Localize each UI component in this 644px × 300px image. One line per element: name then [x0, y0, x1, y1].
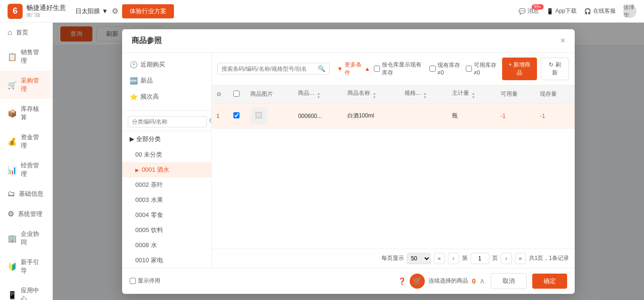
page-suffix: 页	[492, 254, 498, 262]
category-0005[interactable]: 0005 饮料	[122, 223, 211, 238]
experience-button[interactable]: 体验行业方案	[122, 4, 174, 18]
enterprise-icon: 🏢	[8, 234, 17, 243]
message-icon-area[interactable]: 💬 消息 99+	[519, 7, 539, 15]
column-settings-icon[interactable]: ⚙	[216, 91, 222, 98]
warehouse-label: 日太阳膜	[75, 7, 100, 16]
category-00[interactable]: 00 未分类	[122, 147, 211, 162]
show-disabled-checkbox-label[interactable]: 显示停用	[130, 277, 160, 285]
col-stock[interactable]: 现存量	[535, 85, 575, 104]
all-category-header[interactable]: ▶ 全部分类	[122, 131, 211, 147]
page-size-label: 每页显示	[381, 254, 404, 262]
sort-arrows-name: ▲▼	[372, 92, 376, 100]
cart-label: 连续选择的商品	[429, 277, 468, 285]
footer-collapse-button[interactable]: ∧	[479, 276, 485, 285]
sidebar-item-home[interactable]: ⌂ 首页	[0, 23, 52, 42]
appcenter-icon: 📱	[8, 291, 17, 300]
add-product-button[interactable]: + 新增商品	[502, 58, 537, 80]
cell-checkbox[interactable]	[229, 103, 246, 128]
page-size-select[interactable]: 20 50 100	[407, 253, 431, 264]
tab-frequent[interactable]: ⭐ 频次高	[122, 89, 211, 105]
sidebar-item-finance[interactable]: 💰 资金管理	[0, 127, 52, 156]
brand-name: 畅捷通好生意	[26, 4, 66, 12]
star-icon: ⭐	[130, 93, 138, 100]
next-page-button[interactable]: ›	[501, 253, 512, 264]
category-search-input[interactable]	[128, 116, 207, 127]
page-label: 第	[462, 254, 468, 262]
tab-new-product[interactable]: 🆕 新品	[122, 73, 211, 89]
sidebar-item-operation[interactable]: 📊 经营管理	[0, 156, 52, 184]
dropdown-icon: ▼	[102, 8, 108, 15]
warehouse-selector[interactable]: 日太阳膜 ▼	[75, 7, 108, 16]
stock-ne0-checkbox[interactable]	[429, 66, 436, 72]
sidebar-item-basic[interactable]: 🗂 基础信息	[0, 184, 52, 204]
product-reference-modal: 商品参照 × 🕐 近期购买 🆕	[122, 29, 575, 294]
sidebar-item-appcenter[interactable]: 📱 应用中心	[0, 281, 52, 300]
help-icon[interactable]: ❓	[398, 277, 406, 285]
usable-ne0-checkbox-label[interactable]: 可用库存≠0	[466, 61, 498, 76]
col-unit[interactable]: 主计量 ▲▼	[447, 85, 496, 104]
category-0010[interactable]: 0010 家电	[122, 253, 211, 268]
last-page-button[interactable]: »	[515, 253, 526, 264]
all-category-label: 全部分类	[136, 135, 161, 143]
modal-toolbar: 🔍 ▼ 更多条件 ▲ 按仓库显示现有库存	[212, 53, 575, 85]
usable-ne0-checkbox[interactable]	[466, 66, 472, 72]
message-icon: 💬	[519, 8, 526, 15]
product-search-bar[interactable]: 🔍	[217, 63, 330, 75]
sidebar-item-label: 企业协同	[21, 230, 45, 247]
system-icon: ⚙	[8, 209, 14, 218]
sidebar-item-guide[interactable]: 🔰 新手引导	[0, 252, 52, 281]
show-disabled-checkbox[interactable]	[130, 278, 136, 284]
sidebar-item-system[interactable]: ⚙ 系统管理	[0, 204, 52, 224]
sidebar-item-enterprise[interactable]: 🏢 企业协同	[0, 224, 52, 252]
select-all-checkbox[interactable]	[233, 91, 239, 97]
stock-ne0-checkbox-label[interactable]: 现有库存≠0	[429, 61, 462, 76]
service-area[interactable]: 🎧 在线客服	[584, 7, 616, 15]
col-spec[interactable]: 规格... ▲▼	[400, 85, 447, 104]
sidebar-item-label: 库存核算	[21, 105, 45, 122]
sidebar-item-inventory[interactable]: 📦 库存核算	[0, 99, 52, 127]
brand-sub: 搜门版	[26, 12, 66, 18]
more-filter-button[interactable]: ▼ 更多条件 ▲	[337, 61, 370, 77]
sidebar-item-label: 首页	[16, 28, 28, 37]
table-row[interactable]: 1 🖼 00	[212, 103, 575, 128]
toolbar-right-actions: + 新增商品 ↻ 刷新	[502, 58, 569, 80]
tab-recent-buy[interactable]: 🕐 近期购买	[122, 57, 211, 73]
category-0001[interactable]: ▶ 0001 酒水	[122, 162, 211, 177]
category-0002[interactable]: 0002 茶叶	[122, 177, 211, 192]
first-page-button[interactable]: «	[434, 253, 445, 264]
col-code[interactable]: 商品... ▲▼	[293, 85, 343, 104]
sidebar-item-label: 新手引导	[21, 258, 45, 275]
sidebar-item-label: 资金管理	[21, 133, 45, 150]
row-checkbox[interactable]	[233, 112, 239, 118]
prev-page-button[interactable]: ‹	[448, 253, 459, 264]
sidebar-item-sales[interactable]: 📋 销售管理	[0, 42, 52, 71]
stock-ne0-label: 现有库存≠0	[438, 61, 462, 76]
cancel-button[interactable]: 取消	[491, 273, 527, 289]
sidebar-item-label: 基础信息	[19, 190, 43, 198]
category-0008[interactable]: 0008 水	[122, 238, 211, 253]
product-search-icon[interactable]: 🔍	[318, 65, 325, 72]
sidebar-item-purchase[interactable]: 🛒 采购管理	[0, 71, 52, 99]
refresh-button[interactable]: ↻ 刷新	[541, 58, 569, 80]
col-name[interactable]: 商品名称 ▲▼	[343, 85, 400, 104]
modal-close-button[interactable]: ×	[560, 36, 565, 46]
clock-icon: 🕐	[130, 61, 138, 68]
col-usable[interactable]: 可用量	[496, 85, 536, 104]
app-download-area[interactable]: 📱 App下载	[546, 7, 577, 15]
user-area[interactable]: 徐泽华	[623, 5, 636, 18]
product-table-wrap: ⚙ 商品图片	[212, 85, 575, 249]
page-number-input[interactable]	[471, 253, 489, 264]
category-0003[interactable]: 0003 水果	[122, 192, 211, 208]
message-badge: 99+	[532, 4, 544, 9]
cart-button[interactable]: 🛒	[410, 274, 425, 289]
filter-label: 更多条件	[345, 61, 363, 77]
sidebar-item-label: 系统管理	[18, 210, 42, 218]
gear-icon[interactable]: ⚙	[112, 7, 118, 16]
warehouse-stock-checkbox-label[interactable]: 按仓库显示现有库存	[374, 61, 426, 77]
product-search-input[interactable]	[222, 66, 316, 72]
purchase-icon: 🛒	[8, 81, 17, 90]
category-0004[interactable]: 0004 零食	[122, 208, 211, 223]
warehouse-stock-checkbox[interactable]	[374, 66, 380, 72]
home-icon: ⌂	[8, 28, 12, 37]
confirm-button[interactable]: 确定	[532, 274, 567, 289]
